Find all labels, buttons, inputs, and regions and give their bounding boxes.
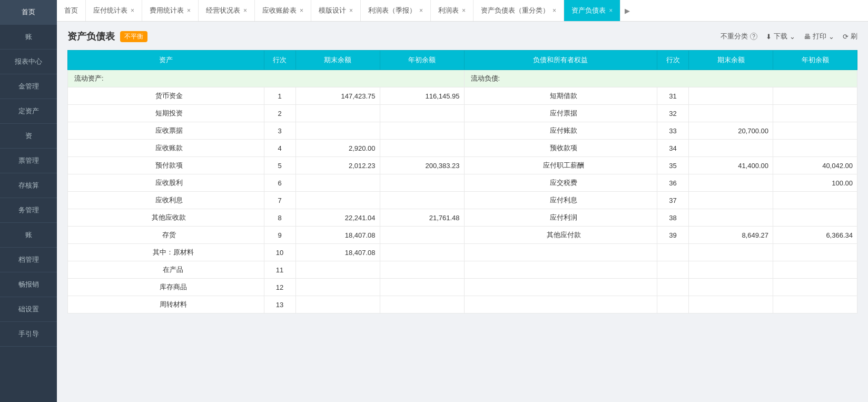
right-beginning-balance[interactable] [773,105,857,122]
left-beginning-balance[interactable] [380,174,464,192]
tab-close-expense-stats[interactable]: × [187,7,191,14]
right-ending-balance[interactable]: 20,700.00 [689,122,773,140]
tab-close-payable-stats[interactable]: × [131,7,134,14]
tab-profit[interactable]: 利润表 × [431,0,474,21]
tab-home[interactable]: 首页 [57,0,86,21]
left-beginning-balance[interactable] [380,244,464,261]
table-row[interactable]: 存货 9 18,407.08 其他应付款 39 8,649.27 6,366.3… [68,227,857,244]
refresh-button[interactable]: ⟳ 刷 [843,32,857,41]
left-ending-balance[interactable] [295,296,380,313]
sidebar-item-archive[interactable]: 档管理 [0,248,57,272]
right-beginning-balance[interactable] [773,87,857,105]
left-ending-balance[interactable]: 22,241.04 [295,209,380,227]
left-ending-balance[interactable] [295,122,380,140]
tab-close-balance[interactable]: × [609,7,613,14]
left-beginning-balance[interactable] [380,296,464,313]
left-ending-balance[interactable]: 147,423.75 [295,87,380,105]
table-row[interactable]: 应收票据 3 应付账款 33 20,700.00 [68,122,857,140]
tab-balance-reclassified[interactable]: 资产负债表（重分类） × [474,0,564,21]
sidebar-item-settings[interactable]: 础设置 [0,297,57,322]
sidebar-item-tax[interactable]: 务管理 [0,198,57,223]
left-ending-balance[interactable] [295,174,380,192]
right-beginning-balance[interactable] [773,279,857,296]
right-ending-balance[interactable]: 41,400.00 [689,157,773,174]
table-row[interactable]: 周转材料 13 [68,296,857,313]
sidebar-item-fixed-assets[interactable]: 定资产 [0,99,57,124]
tab-close-template-design[interactable]: × [349,7,353,14]
tab-close-balance-reclassified[interactable]: × [553,7,556,14]
right-beginning-balance[interactable]: 6,366.34 [773,227,857,244]
left-beginning-balance[interactable] [380,140,464,157]
left-beginning-balance[interactable] [380,122,464,140]
tab-nav-right[interactable]: ▶ [620,7,634,15]
right-beginning-balance[interactable] [773,140,857,157]
left-beginning-balance[interactable]: 116,145.95 [380,87,464,105]
sidebar-item-capital[interactable]: 资 [0,124,57,149]
right-ending-balance[interactable] [689,279,773,296]
table-row[interactable]: 应收股利 6 应交税费 36 100.00 [68,174,857,192]
right-ending-balance[interactable] [689,105,773,122]
right-ending-balance[interactable] [689,296,773,313]
right-ending-balance[interactable] [689,244,773,261]
left-ending-balance[interactable] [295,261,380,279]
table-row[interactable]: 在产品 11 [68,261,857,279]
sidebar-item-account[interactable]: 账 [0,25,57,50]
sidebar-item-home[interactable]: 首页 [0,0,57,25]
right-ending-balance[interactable] [689,87,773,105]
left-ending-balance[interactable]: 18,407.08 [295,244,380,261]
table-row[interactable]: 库存商品 12 [68,279,857,296]
left-ending-balance[interactable] [295,105,380,122]
left-beginning-balance[interactable]: 200,383.23 [380,157,464,174]
right-beginning-balance[interactable] [773,209,857,227]
tab-profit-quarterly[interactable]: 利润表（季报） × [361,0,431,21]
right-ending-balance[interactable] [689,140,773,157]
sidebar-item-report-center[interactable]: 报表中心 [0,50,57,74]
tab-expense-stats[interactable]: 费用统计表 × [142,0,199,21]
table-row[interactable]: 其他应收款 8 22,241.04 21,761.48 应付利润 38 [68,209,857,227]
table-row[interactable]: 货币资金 1 147,423.75 116,145.95 短期借款 31 [68,87,857,105]
download-button[interactable]: ⬇ 下载 ⌄ [766,32,795,41]
table-row[interactable]: 短期投资 2 应付票据 32 [68,105,857,122]
right-ending-balance[interactable] [689,261,773,279]
sidebar-item-fund[interactable]: 金管理 [0,74,57,99]
left-beginning-balance[interactable] [380,261,464,279]
left-beginning-balance[interactable] [380,279,464,296]
tab-balance[interactable]: 资产负债表 × [564,0,620,21]
tab-receivable-aging[interactable]: 应收账龄表 × [255,0,311,21]
left-ending-balance[interactable] [295,192,380,209]
right-beginning-balance[interactable] [773,244,857,261]
sidebar-item-invoice[interactable]: 票管理 [0,149,57,173]
right-ending-balance[interactable] [689,174,773,192]
right-beginning-balance[interactable] [773,296,857,313]
table-row[interactable]: 流动资产: 流动负债: [68,70,857,87]
classify-toggle[interactable]: 不重分类 ? [721,32,757,41]
right-beginning-balance[interactable]: 40,042.00 [773,157,857,174]
tab-operations[interactable]: 经营状况表 × [199,0,255,21]
right-beginning-balance[interactable] [773,192,857,209]
table-row[interactable]: 其中：原材料 10 18,407.08 [68,244,857,261]
table-row[interactable]: 应收利息 7 应付利息 37 [68,192,857,209]
left-ending-balance[interactable]: 2,920.00 [295,140,380,157]
tab-template-design[interactable]: 模版设计 × [311,0,361,21]
left-beginning-balance[interactable] [380,105,464,122]
right-ending-balance[interactable] [689,192,773,209]
left-ending-balance[interactable] [295,279,380,296]
right-beginning-balance[interactable] [773,261,857,279]
right-beginning-balance[interactable]: 100.00 [773,174,857,192]
sidebar-item-expense[interactable]: 畅报销 [0,272,57,297]
right-ending-balance[interactable] [689,209,773,227]
tab-close-profit[interactable]: × [462,7,466,14]
sidebar-item-inventory[interactable]: 存核算 [0,173,57,198]
sidebar-item-ledger[interactable]: 账 [0,223,57,248]
tab-payable-stats[interactable]: 应付统计表 × [86,0,142,21]
right-beginning-balance[interactable] [773,122,857,140]
left-beginning-balance[interactable]: 21,761.48 [380,209,464,227]
right-ending-balance[interactable]: 8,649.27 [689,227,773,244]
table-row[interactable]: 应收账款 4 2,920.00 预收款项 34 [68,140,857,157]
print-button[interactable]: 🖶 打印 ⌄ [804,32,834,41]
left-beginning-balance[interactable] [380,227,464,244]
table-row[interactable]: 预付款项 5 2,012.23 200,383.23 应付职工薪酬 35 41,… [68,157,857,174]
tab-close-receivable-aging[interactable]: × [300,7,303,14]
left-beginning-balance[interactable] [380,192,464,209]
tab-close-operations[interactable]: × [243,7,247,14]
